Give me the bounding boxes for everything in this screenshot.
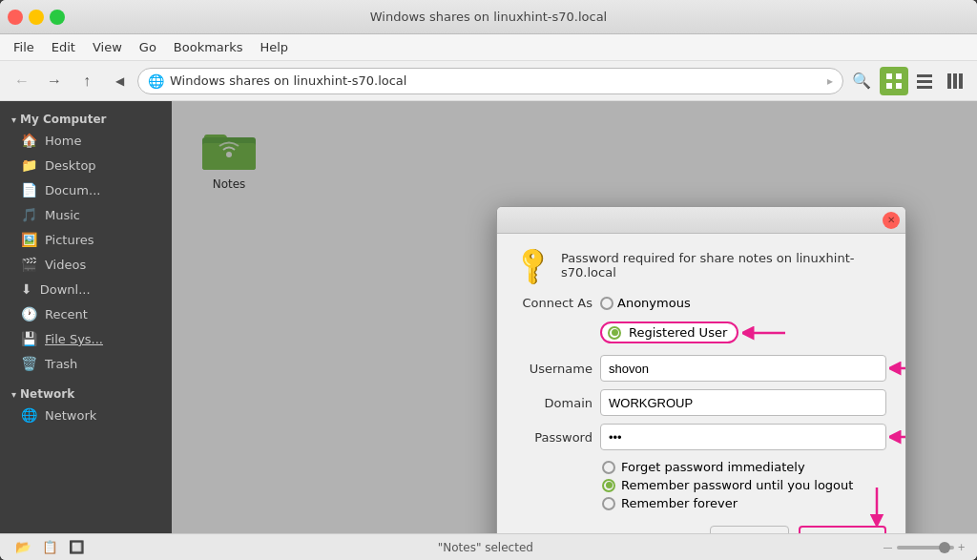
domain-row: Domain xyxy=(516,389,886,416)
menu-bookmarks[interactable]: Bookmarks xyxy=(166,37,251,57)
home-icon: 🏠 xyxy=(21,133,37,148)
cancel-button[interactable]: Cancel xyxy=(710,526,788,533)
status-icon-2[interactable]: 📋 xyxy=(38,536,61,559)
sidebar-item-network-label: Network xyxy=(45,408,96,423)
address-bar[interactable]: 🌐 Windows shares on linuxhint-s70.local … xyxy=(137,68,843,94)
connect-as-label: Connect As xyxy=(516,296,592,310)
username-input[interactable] xyxy=(600,355,886,382)
sidebar-item-network[interactable]: 🌐 Network xyxy=(0,403,172,427)
my-computer-section[interactable]: ▾ My Computer xyxy=(0,109,172,128)
password-row: Password xyxy=(516,424,886,450)
network-label: Network xyxy=(20,387,74,401)
sidebar-item-trash[interactable]: 🗑️ Trash xyxy=(0,351,172,376)
sidebar-item-pictures[interactable]: 🖼️ Pictures xyxy=(0,227,172,252)
svg-rect-6 xyxy=(917,86,932,89)
registered-user-arrow xyxy=(742,323,790,342)
sidebar: ▾ My Computer 🏠 Home 📁 Desktop 📄 Docum..… xyxy=(0,101,172,533)
sidebar-item-recent[interactable]: 🕐 Recent xyxy=(0,301,172,326)
forward-button[interactable]: → xyxy=(40,67,69,95)
statusbar: 📂 📋 🔲 "Notes" selected — + xyxy=(0,533,977,560)
address-arrow: ▸ xyxy=(827,74,833,88)
zoom-thumb[interactable] xyxy=(939,542,950,553)
sidebar-item-videos-label: Videos xyxy=(45,258,86,272)
password-options: Forget password immediately Remember pas… xyxy=(602,460,886,510)
sidebar-item-music-label: Music xyxy=(45,208,80,222)
back-button[interactable]: ← xyxy=(8,67,36,95)
sidebar-item-videos[interactable]: 🎬 Videos xyxy=(0,252,172,277)
password-dialog: ✕ 🔑 Password required for share notes on… xyxy=(496,206,906,533)
registered-user-radio-dot xyxy=(612,329,618,336)
dialog-wrapper: ✕ 🔑 Password required for share notes on… xyxy=(496,206,906,533)
menu-file[interactable]: File xyxy=(6,37,42,57)
menubar: File Edit View Go Bookmarks Help xyxy=(0,34,977,61)
dialog-close-button[interactable]: ✕ xyxy=(883,212,900,229)
status-icon-3[interactable]: 🔲 xyxy=(65,536,88,559)
zoom-track[interactable] xyxy=(897,546,954,550)
sidebar-item-pictures-label: Pictures xyxy=(45,233,94,247)
main-window: Windows shares on linuxhint-s70.local Fi… xyxy=(0,0,977,560)
list-view-button[interactable] xyxy=(910,67,939,95)
sidebar-item-downloads[interactable]: ⬇ Downl... xyxy=(0,277,172,301)
remember-until-logout-option[interactable]: Remember password until you logout xyxy=(602,478,886,492)
sidebar-item-filesystem[interactable]: 💾 File Sys... xyxy=(0,326,172,351)
domain-input[interactable] xyxy=(600,389,886,416)
registered-user-option[interactable]: Registered User xyxy=(600,321,738,343)
dialog-title: Password required for share notes on lin… xyxy=(561,251,886,280)
svg-rect-4 xyxy=(917,74,932,77)
remember-forever-option[interactable]: Remember forever xyxy=(602,496,886,510)
connect-button[interactable]: Connect xyxy=(799,526,886,533)
minimize-button[interactable] xyxy=(29,10,44,25)
password-label: Password xyxy=(516,430,592,445)
status-icon-1[interactable]: 📂 xyxy=(11,536,34,559)
password-arrow xyxy=(889,427,906,446)
sidebar-item-filesystem-label: File Sys... xyxy=(45,332,103,346)
left-pane-button[interactable]: ◀ xyxy=(105,67,134,95)
address-text: Windows shares on linuxhint-s70.local xyxy=(170,73,821,88)
my-computer-label: My Computer xyxy=(20,113,106,126)
sidebar-item-documents[interactable]: 📄 Docum... xyxy=(0,177,172,202)
registered-user-radio[interactable] xyxy=(608,326,621,340)
forget-password-radio[interactable] xyxy=(602,461,615,474)
icon-view-button[interactable] xyxy=(880,67,908,95)
forget-password-option[interactable]: Forget password immediately xyxy=(602,460,886,474)
username-label: Username xyxy=(516,362,592,376)
svg-rect-2 xyxy=(886,83,892,89)
connect-as-row: Connect As Anonymous xyxy=(516,296,886,310)
sidebar-item-home[interactable]: 🏠 Home xyxy=(0,128,172,153)
sidebar-item-music[interactable]: 🎵 Music xyxy=(0,202,172,227)
anonymous-option[interactable]: Anonymous xyxy=(600,296,691,310)
remember-forever-label: Remember forever xyxy=(621,496,738,510)
svg-rect-9 xyxy=(959,73,963,89)
close-button[interactable] xyxy=(8,10,23,25)
svg-rect-7 xyxy=(947,73,951,89)
menu-go[interactable]: Go xyxy=(132,37,164,57)
filesystem-icon: 💾 xyxy=(21,331,37,346)
menu-help[interactable]: Help xyxy=(252,37,296,57)
username-row: Username xyxy=(516,355,886,382)
sidebar-item-downloads-label: Downl... xyxy=(40,282,91,297)
column-view-button[interactable] xyxy=(941,67,969,95)
videos-icon: 🎬 xyxy=(21,257,37,272)
svg-rect-0 xyxy=(886,73,892,79)
anonymous-radio[interactable] xyxy=(600,297,613,310)
view-buttons xyxy=(880,67,969,95)
remember-until-logout-radio[interactable] xyxy=(602,479,615,492)
pictures-icon: 🖼️ xyxy=(21,232,37,247)
maximize-button[interactable] xyxy=(50,10,65,25)
domain-label: Domain xyxy=(516,396,592,410)
toolbar: ← → ↑ ◀ 🌐 Windows shares on linuxhint-s7… xyxy=(0,61,977,101)
key-icon: 🔑 xyxy=(509,241,555,287)
svg-rect-1 xyxy=(896,73,902,79)
password-input[interactable] xyxy=(600,424,886,450)
network-section[interactable]: ▾ Network xyxy=(0,384,172,403)
up-button[interactable]: ↑ xyxy=(73,67,101,95)
anonymous-label: Anonymous xyxy=(617,296,691,310)
dialog-buttons: Cancel Connect xyxy=(516,526,886,533)
menu-view[interactable]: View xyxy=(85,37,130,57)
sidebar-item-desktop[interactable]: 📁 Desktop xyxy=(0,153,172,177)
remember-forever-radio[interactable] xyxy=(602,497,615,510)
menu-edit[interactable]: Edit xyxy=(44,37,83,57)
network-section-arrow: ▾ xyxy=(11,389,16,400)
search-button[interactable]: 🔍 xyxy=(847,67,876,95)
trash-icon: 🗑️ xyxy=(21,356,37,371)
